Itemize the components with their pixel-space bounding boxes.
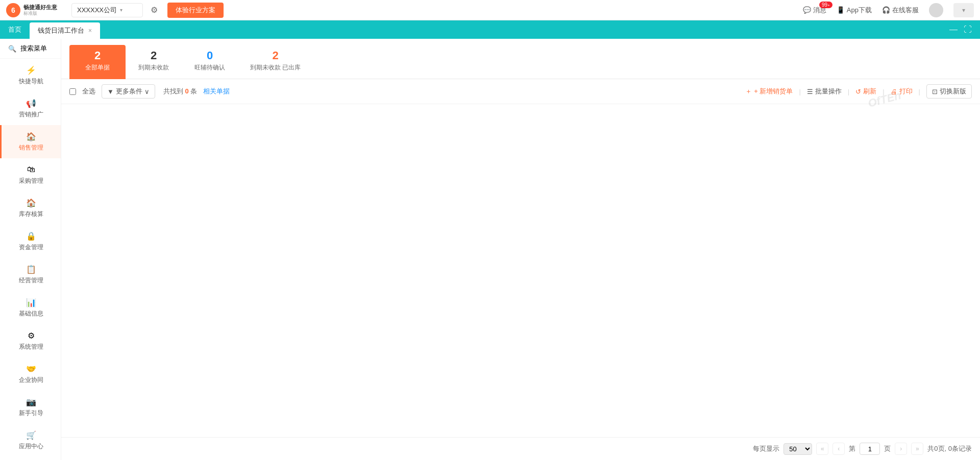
window-maximize-button[interactable]: ⛶ <box>964 25 972 34</box>
tab-qianhuoriqing[interactable]: 钱货日清工作台 × <box>30 22 100 39</box>
toolbar-right: ＋ + 新增销货单 | ☰ 批量操作 | ↺ 刷新 | 🖨 打印 | <box>745 84 972 99</box>
switch-label: 切换新版 <box>940 87 966 96</box>
sidebar-item-operation[interactable]: 📋 经营管理 <box>0 258 61 291</box>
inventory-icon: 🏠 <box>26 198 36 208</box>
sidebar-item-marketing[interactable]: 📢 营销推广 <box>0 92 61 125</box>
sidebar-item-purchase[interactable]: 🛍 采购管理 <box>0 158 61 191</box>
batch-operation-button[interactable]: ☰ 批量操作 <box>807 87 842 96</box>
sidebar-item-label: 资金管理 <box>19 243 43 252</box>
sidebar-search-item[interactable]: 🔍 搜索菜单 <box>0 39 61 59</box>
first-page-button[interactable]: « <box>816 443 828 455</box>
window-minimize-button[interactable]: — <box>949 25 958 34</box>
sidebar-item-label: 销售管理 <box>19 143 43 152</box>
nav-tab-actions: — ⛶ <box>949 25 980 34</box>
sidebar-item-enterprise[interactable]: 🤝 企业协同 <box>0 357 61 391</box>
found-link[interactable]: 相关单据 <box>203 87 230 96</box>
nav-tabs-bar: 首页 钱货日清工作台 × — ⛶ <box>0 20 980 39</box>
divider: | <box>883 88 884 95</box>
quick-nav-icon: ⚡ <box>26 65 36 75</box>
company-selector[interactable]: XXXXXX公司 ▾ <box>71 3 143 17</box>
purchase-icon: 🛍 <box>26 164 36 175</box>
divider: | <box>848 88 849 95</box>
sidebar-item-label: 新手引导 <box>19 409 43 418</box>
page-size-select[interactable]: 50 20 100 <box>783 443 812 455</box>
user-name-area[interactable]: ▾ <box>953 3 974 17</box>
enterprise-icon: 🤝 <box>26 364 36 374</box>
print-label: 打印 <box>899 87 913 96</box>
add-sales-order-button[interactable]: ＋ + 新增销货单 <box>745 87 793 96</box>
main-layout: 🔍 搜索菜单 ⚡ 快捷导航 📢 营销推广 🏠 销售管理 🛍 采购管理 🏠 库存核… <box>0 39 980 460</box>
avatar[interactable] <box>929 3 943 17</box>
experience-industry-button[interactable]: 体验行业方案 <box>167 3 224 18</box>
toolbar: 全选 ▼ 更多条件 ∨ 共找到 0 条 相关单据 ＋ + 新增销货单 | ☰ <box>61 79 980 104</box>
select-all-label: 全选 <box>82 87 95 96</box>
found-unit: 条 <box>190 87 197 95</box>
pagination: 每页显示 50 20 100 « ‹ 第 页 › » 共0页, 0条记录 <box>61 437 980 460</box>
divider: | <box>919 88 920 95</box>
app-download-label: App下载 <box>847 6 872 15</box>
page-number-input[interactable] <box>860 443 880 455</box>
online-service-button[interactable]: 🎧 在线客服 <box>882 6 919 15</box>
marketing-icon: 📢 <box>26 98 36 108</box>
sidebar-item-system[interactable]: ⚙ 系统管理 <box>0 324 61 357</box>
sidebar-item-finance[interactable]: 🔒 资金管理 <box>0 225 61 258</box>
add-btn-label: + 新增销货单 <box>754 87 793 96</box>
stat-tab-wangwang[interactable]: 0 旺辅待确认 <box>182 45 238 79</box>
content-area: 2 全部单据 2 到期未收款 0 旺辅待确认 2 到期未收款 已出库 全选 ▼ … <box>61 39 980 460</box>
total-info: 共0页, 0条记录 <box>927 444 972 453</box>
sidebar-item-label: 营销推广 <box>19 110 43 119</box>
sidebar-item-label: 经营管理 <box>19 276 43 285</box>
chevron-down-icon: ▾ <box>120 7 122 13</box>
sidebar-item-label: 快捷导航 <box>19 77 43 86</box>
sidebar-item-label: 库存核算 <box>19 210 43 219</box>
search-icon: 🔍 <box>8 45 16 53</box>
stat-label-due: 到期未收款 <box>138 63 169 72</box>
table-area <box>61 104 980 437</box>
last-page-button[interactable]: » <box>911 443 923 455</box>
add-icon: ＋ <box>745 87 752 96</box>
logo-area: 6 畅捷通好生意 标准版 <box>6 3 67 17</box>
sidebar-item-label: 企业协同 <box>19 376 43 384</box>
sidebar-item-wechat[interactable]: 💬 企业微信 <box>0 457 61 460</box>
logo-sub-text: 标准版 <box>23 11 57 16</box>
sidebar-item-basic[interactable]: 📊 基础信息 <box>0 291 61 324</box>
found-text: 共找到 0 条 <box>163 87 197 96</box>
finance-icon: 🔒 <box>26 231 36 241</box>
sidebar-item-guide[interactable]: 📷 新手引导 <box>0 391 61 424</box>
more-filter-button[interactable]: ▼ 更多条件 ∨ <box>102 84 155 99</box>
operation-icon: 📋 <box>26 264 36 274</box>
next-page-button[interactable]: › <box>895 443 907 455</box>
prev-page-button[interactable]: ‹ <box>832 443 845 455</box>
sidebar-item-app-center[interactable]: 🛒 应用中心 <box>0 424 61 457</box>
app-logo-icon: 6 <box>6 3 20 17</box>
message-button[interactable]: 💬 消息 99 <box>803 6 826 15</box>
print-button[interactable]: 🖨 打印 <box>891 87 913 96</box>
sidebar-search-label: 搜索菜单 <box>20 44 47 53</box>
tab-home[interactable]: 首页 <box>0 20 30 39</box>
tab-home-label: 首页 <box>8 25 21 34</box>
tab-close-button[interactable]: × <box>88 27 92 34</box>
select-all-checkbox[interactable] <box>69 88 76 95</box>
stats-tabs: 2 全部单据 2 到期未收款 0 旺辅待确认 2 到期未收款 已出库 <box>61 39 980 79</box>
sidebar-item-inventory[interactable]: 🏠 库存核算 <box>0 191 61 225</box>
page-size-label: 每页显示 <box>753 444 779 453</box>
logo-main-text: 畅捷通好生意 <box>23 4 57 11</box>
logo-text: 畅捷通好生意 标准版 <box>23 4 57 16</box>
stat-tab-due-unshipped[interactable]: 2 到期未收款 已出库 <box>238 45 313 79</box>
sidebar-item-quick-nav[interactable]: ⚡ 快捷导航 <box>0 59 61 92</box>
settings-button[interactable]: ⚙ <box>147 3 161 17</box>
company-name: XXXXXX公司 <box>77 6 117 15</box>
refresh-button[interactable]: ↺ 刷新 <box>855 87 876 96</box>
switch-new-version-button[interactable]: ⊡ 切换新版 <box>926 84 972 99</box>
page-label: 第 <box>849 444 855 453</box>
top-header: 6 畅捷通好生意 标准版 XXXXXX公司 ▾ ⚙ 体验行业方案 💬 消息 99… <box>0 0 980 20</box>
header-right: 💬 消息 99 📱 App下载 🎧 在线客服 ▾ <box>803 3 974 17</box>
tab-active-label: 钱货日清工作台 <box>38 26 84 35</box>
stat-tab-all[interactable]: 2 全部单据 <box>69 45 126 79</box>
filter-chevron-icon: ∨ <box>144 88 150 95</box>
basic-icon: 📊 <box>26 297 36 307</box>
app-download-button[interactable]: 📱 App下载 <box>837 6 872 15</box>
sidebar-item-sales[interactable]: 🏠 销售管理 <box>0 125 61 158</box>
stat-tab-due-uncollected[interactable]: 2 到期未收款 <box>126 45 182 79</box>
stat-count-due: 2 <box>151 49 157 62</box>
